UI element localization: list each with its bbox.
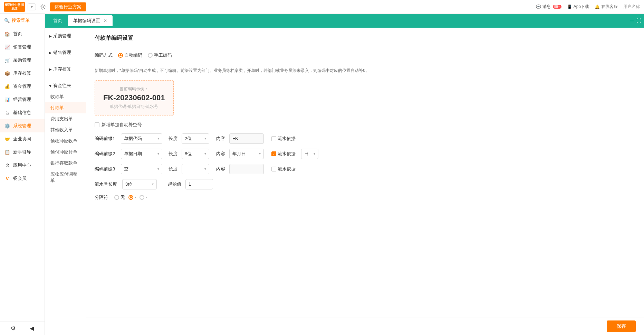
prefix2-stream-box[interactable]: ✓ — [271, 151, 276, 156]
sidebar-item-home[interactable]: 🏠 首页 — [0, 27, 45, 40]
app-download-btn[interactable]: 📱 App下载 — [567, 4, 589, 10]
auto-encode-dot — [118, 53, 123, 58]
tab-home[interactable]: 首页 — [48, 15, 68, 26]
tab-encoding-settings[interactable]: 单据编码设置 ✕ — [68, 15, 113, 26]
serial-length-arrow: ▾ — [152, 182, 154, 186]
prefix3-row: 编码前缀3 空 ▾ 长度 ▾ 内容 — [95, 164, 636, 174]
window-minimize-icon[interactable]: ─ — [630, 18, 634, 24]
industry-btn[interactable]: 体验行业方案 — [50, 2, 86, 11]
manual-encode-radio[interactable]: 手工编码 — [148, 52, 172, 58]
prefix1-length-select[interactable]: 2位 ▾ — [182, 133, 209, 144]
prefix1-select[interactable]: 单据代码 ▾ — [121, 133, 162, 144]
topbar-dropdown[interactable]: ▾ — [28, 3, 36, 10]
encoding-method-row: 编码方式 自动编码 手工编码 — [95, 49, 636, 62]
service-btn[interactable]: 🔔 在线客服 — [595, 4, 618, 10]
separator-none-radio[interactable]: 无 — [114, 194, 125, 201]
menu-group-finance-title[interactable]: ▶ 资金往来 — [45, 80, 86, 91]
inventory-icon: 📦 — [4, 70, 10, 76]
prefix1-length-label: 长度 — [169, 136, 177, 142]
prefix3-length-arrow: ▾ — [204, 167, 206, 171]
prefix2-date-unit-select[interactable]: 日 ▾ — [301, 149, 318, 159]
auto-fill-row: 新增单据自动补空号 — [95, 122, 636, 128]
menu-item-advance-receive[interactable]: 预收冲应收单 — [45, 136, 86, 147]
sales-icon: 📈 — [4, 44, 10, 50]
sidebar-item-inventory[interactable]: 📦 库存核算 — [0, 67, 45, 80]
menu-item-bank[interactable]: 银行存取款单 — [45, 158, 86, 169]
sidebar-item-purchase[interactable]: 🛒 采购管理 — [0, 54, 45, 67]
chevron-down-icon: ▶ — [49, 84, 52, 87]
prefix1-arrow: ▾ — [157, 137, 159, 140]
sidebar-item-guide[interactable]: 📋 新手引导 — [0, 146, 45, 159]
save-button[interactable]: 保存 — [607, 320, 636, 332]
finance-icon: 💰 — [4, 83, 10, 90]
prefix1-stream-box[interactable] — [271, 136, 276, 141]
menu-item-other-income[interactable]: 其他收入单 — [45, 124, 86, 136]
prefix3-stream-checkbox[interactable]: 流水依据 — [271, 166, 296, 172]
menu-item-receipt[interactable]: 收款单 — [45, 91, 86, 102]
menu-item-advance-pay[interactable]: 预付冲应付单 — [45, 147, 86, 158]
page-title: 付款单编码设置 — [95, 35, 636, 42]
menu-group-purchase-title[interactable]: ▶ 采购管理 — [45, 30, 86, 41]
prefix1-length-arrow: ▾ — [204, 137, 206, 140]
auto-fill-label: 新增单据自动补空号 — [102, 122, 142, 128]
prefix2-content-select[interactable]: 年月日 ▾ — [229, 149, 264, 159]
prefix2-select[interactable]: 单据日期 ▾ — [121, 149, 162, 159]
sidebar-item-member[interactable]: V 畅会员 — [0, 172, 45, 185]
prefix3-length-label: 长度 — [169, 166, 177, 172]
prefix3-stream-box[interactable] — [271, 167, 276, 171]
bottom-bar: 保存 — [86, 317, 644, 335]
topbar-right: 💬 消息 99+ 📱 App下载 🔔 在线客服 用户名称 — [536, 4, 640, 10]
menu-item-expense[interactable]: 费用支出单 — [45, 113, 86, 124]
sidebar-search[interactable]: 🔍 搜索菜单 — [0, 14, 45, 27]
auto-fill-checkbox[interactable] — [95, 122, 99, 127]
inner-layout: ▶ 采购管理 ▶ 销售管理 ▶ 库存核算 — [45, 28, 644, 335]
start-value-input[interactable]: 1 — [185, 179, 213, 189]
sidebar-item-finance[interactable]: 💰 资金管理 — [0, 80, 45, 93]
prefix2-content-label: 内容 — [216, 151, 225, 157]
menu-item-adjustment[interactable]: 应收应付调整单 — [45, 169, 86, 186]
prefix3-content-label: 内容 — [216, 166, 225, 172]
window-expand-icon[interactable]: ⛶ — [636, 18, 641, 24]
manual-encode-dot — [148, 53, 153, 58]
example-box: 当前编码示例： FK-20230602-001 单据代码-单据日期-流水号 — [95, 80, 174, 115]
tab-bar: 首页 单据编码设置 ✕ ─ ⛶ — [45, 14, 644, 28]
prefix2-stream-checkbox[interactable]: ✓ 流水依据 — [271, 151, 296, 157]
separator-dot-dot — [128, 195, 133, 200]
menu-group-sales-title[interactable]: ▶ 销售管理 — [45, 47, 86, 58]
second-menu: ▶ 采购管理 ▶ 销售管理 ▶ 库存核算 — [45, 28, 86, 335]
prefix2-label: 编码前缀2 — [95, 151, 118, 157]
sidebar-item-sales[interactable]: 📈 销售管理 — [0, 40, 45, 54]
content-area: 首页 单据编码设置 ✕ ─ ⛶ ▶ 采购管理 — [45, 14, 644, 335]
settings-icon[interactable] — [39, 3, 47, 11]
app-logo: 畅通好生意 插屁版 — [4, 2, 25, 12]
prefix2-length-select[interactable]: 8位 ▾ — [182, 149, 209, 159]
tab-close-icon[interactable]: ✕ — [104, 18, 107, 23]
menu-group-inventory-title[interactable]: ▶ 库存核算 — [45, 64, 86, 75]
sidebar-item-operation[interactable]: 📊 经营管理 — [0, 93, 45, 106]
serial-length-select[interactable]: 3位 ▾ — [122, 179, 157, 189]
separator-none-dot — [114, 195, 119, 200]
prefix3-select[interactable]: 空 ▾ — [121, 164, 162, 174]
prefix1-stream-checkbox[interactable]: 流水依据 — [271, 136, 296, 142]
sidebar-item-system[interactable]: ⚙️ 系统管理 — [0, 119, 45, 132]
auto-encode-radio[interactable]: 自动编码 — [118, 52, 142, 58]
separator-dash-radio[interactable]: · — [140, 195, 147, 200]
example-sub: 单据代码-单据日期-流水号 — [110, 104, 158, 110]
prefix2-arrow: ▾ — [157, 152, 159, 156]
user-info[interactable]: 用户名称 — [623, 4, 640, 10]
prefix3-arrow: ▾ — [157, 167, 159, 171]
prefix3-length-select[interactable]: ▾ — [182, 164, 209, 174]
sidebar-collapse-icon[interactable]: ◀ — [30, 325, 34, 332]
message-badge: 99+ — [553, 5, 561, 9]
sidebar-item-appcenter[interactable]: ⏱ 应用中心 — [0, 159, 45, 172]
sidebar-item-basic[interactable]: 🗂 基础信息 — [0, 106, 45, 119]
enterprise-icon: 🤝 — [4, 136, 10, 142]
message-btn[interactable]: 💬 消息 99+ — [536, 4, 561, 10]
prefix2-content-arrow: ▾ — [259, 152, 261, 156]
main-page: 付款单编码设置 编码方式 自动编码 手工编码 — [86, 28, 644, 335]
sidebar-settings-icon[interactable]: ⚙ — [11, 325, 16, 332]
example-label: 当前编码示例： — [119, 86, 148, 92]
separator-dot-radio[interactable]: · — [128, 195, 136, 200]
menu-item-payment[interactable]: 付款单 — [45, 102, 86, 113]
sidebar-item-enterprise[interactable]: 🤝 企业协同 — [0, 132, 45, 146]
